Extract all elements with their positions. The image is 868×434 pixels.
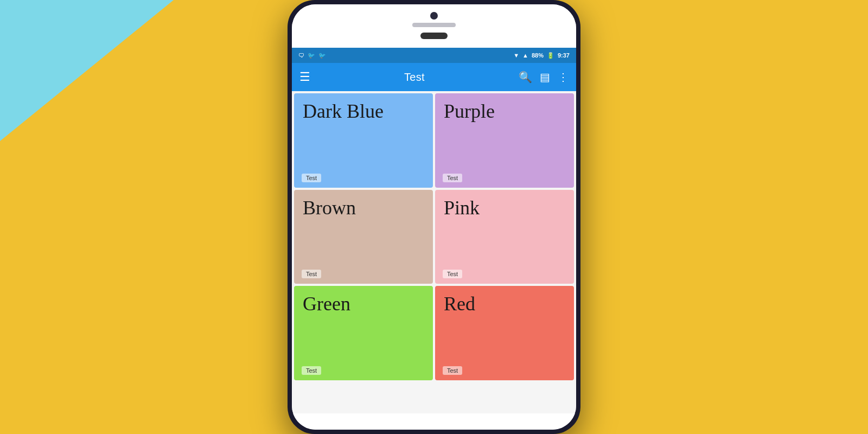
card-badge-green: Test xyxy=(302,366,321,375)
twitter-icon: 🐦 xyxy=(308,52,315,59)
card-badge-red: Test xyxy=(443,366,462,375)
phone-device: 🗨 🐦 🐦 ▼ ▲ 88% 🔋 9:37 ☰ Test 🔍 ▤ ⋮ xyxy=(288,0,580,434)
twitter-icon2: 🐦 xyxy=(318,52,326,59)
more-options-icon[interactable]: ⋮ xyxy=(558,71,569,84)
status-bar-left: 🗨 🐦 🐦 xyxy=(298,52,326,59)
phone-hardware-bottom xyxy=(292,413,576,430)
app-title: Test xyxy=(318,71,511,84)
card-brown[interactable]: BrownTest xyxy=(294,190,433,284)
battery-text: 88% xyxy=(532,52,544,59)
card-title-green: Green xyxy=(303,293,424,315)
signal-icon: ▲ xyxy=(522,52,528,59)
card-badge-brown: Test xyxy=(302,270,321,278)
front-camera xyxy=(430,12,438,20)
card-badge-dark-blue: Test xyxy=(302,174,321,182)
card-pink[interactable]: PinkTest xyxy=(435,190,574,284)
card-title-red: Red xyxy=(444,293,565,315)
wifi-icon: ▼ xyxy=(513,52,519,59)
status-bar-right: ▼ ▲ 88% 🔋 9:37 xyxy=(513,52,570,59)
card-red[interactable]: RedTest xyxy=(435,286,574,380)
card-badge-pink: Test xyxy=(443,270,462,278)
search-icon[interactable]: 🔍 xyxy=(519,71,532,84)
background-triangle xyxy=(0,0,174,141)
time-text: 9:37 xyxy=(558,52,570,59)
home-button[interactable] xyxy=(420,33,448,39)
chat-icon: 🗨 xyxy=(298,52,304,59)
hamburger-menu-icon[interactable]: ☰ xyxy=(299,70,310,84)
card-grid: Dark BlueTestPurpleTestBrownTestPinkTest… xyxy=(292,91,576,413)
phone-inner-frame: 🗨 🐦 🐦 ▼ ▲ 88% 🔋 9:37 ☰ Test 🔍 ▤ ⋮ xyxy=(292,4,576,430)
card-title-purple: Purple xyxy=(444,101,565,123)
earpiece-speaker xyxy=(412,23,456,27)
card-title-brown: Brown xyxy=(303,197,424,219)
card-badge-purple: Test xyxy=(443,174,462,182)
card-green[interactable]: GreenTest xyxy=(294,286,433,380)
phone-screen: 🗨 🐦 🐦 ▼ ▲ 88% 🔋 9:37 ☰ Test 🔍 ▤ ⋮ xyxy=(292,48,576,413)
card-purple[interactable]: PurpleTest xyxy=(435,93,574,188)
status-bar: 🗨 🐦 🐦 ▼ ▲ 88% 🔋 9:37 xyxy=(292,48,576,63)
card-title-dark-blue: Dark Blue xyxy=(303,101,424,123)
list-view-icon[interactable]: ▤ xyxy=(540,71,550,84)
card-title-pink: Pink xyxy=(444,197,565,219)
card-dark-blue[interactable]: Dark BlueTest xyxy=(294,93,433,188)
app-bar: ☰ Test 🔍 ▤ ⋮ xyxy=(292,63,576,91)
phone-hardware-top xyxy=(292,4,576,48)
battery-icon: 🔋 xyxy=(547,52,554,59)
